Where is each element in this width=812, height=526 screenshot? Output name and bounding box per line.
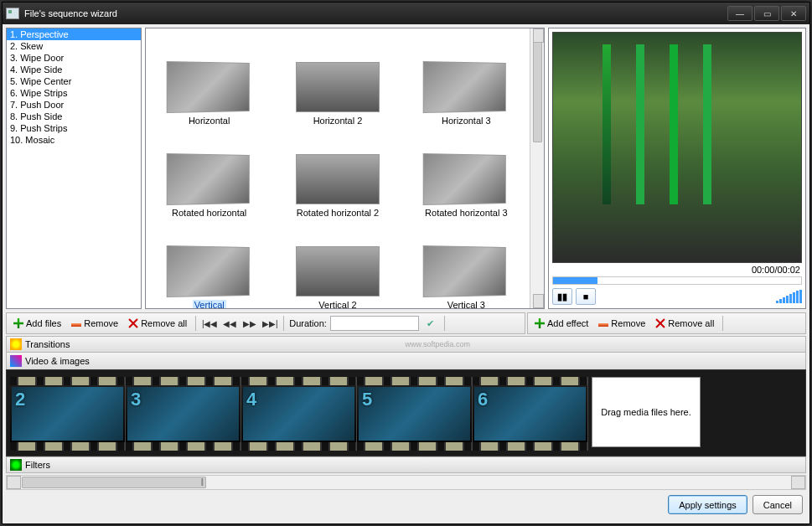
thumbnail-label: Vertical [193, 300, 226, 308]
preview-time: 00:00/00:02 [552, 263, 802, 275]
nav-next-button[interactable]: ▶▶ [241, 316, 258, 331]
nav-prev-button[interactable]: ◀◀ [221, 316, 238, 331]
sidebar-item[interactable]: 5. Wipe Center [7, 75, 141, 87]
thumbnail-grid-wrap: HorizontalHorizontal 2Horizontal 3Rotate… [145, 28, 545, 309]
thumbnail-image [166, 61, 249, 113]
thumbnail-label: Rotated horizontal [172, 208, 246, 218]
timeline[interactable]: 23456 Drag media files here. [6, 369, 806, 456]
close-button[interactable]: ✕ [781, 6, 806, 21]
separator [444, 316, 445, 331]
scrollbar-thumb[interactable] [22, 477, 206, 488]
remove-all-effects-button[interactable]: Remove all [652, 317, 717, 330]
thumbnail-item[interactable]: Vertical 2 [276, 218, 399, 308]
thumbnail-grid[interactable]: HorizontalHorizontal 2Horizontal 3Rotate… [146, 28, 530, 308]
thumbnail-item[interactable]: Rotated horizontal 3 [405, 126, 528, 218]
thumbnail-image [423, 245, 506, 297]
volume-indicator[interactable] [776, 290, 802, 303]
timeline-clip[interactable]: 2 [10, 377, 126, 451]
pause-button[interactable]: ▮▮ [552, 288, 572, 305]
clip-number: 2 [15, 389, 25, 410]
sidebar-item[interactable]: 8. Push Side [7, 111, 141, 122]
thumbnail-item[interactable]: Vertical 3 [405, 218, 528, 308]
stop-button[interactable]: ■ [576, 288, 596, 305]
thumbnail-label: Horizontal 2 [313, 116, 363, 126]
clip-number: 6 [478, 389, 488, 410]
preview-controls: ▮▮ ■ [552, 288, 802, 305]
minimize-button[interactable]: — [727, 6, 753, 21]
thumbnail-item[interactable]: Horizontal 2 [276, 34, 399, 126]
film-strip[interactable]: 23456 [10, 377, 588, 451]
thumbnail-label: Vertical 2 [318, 300, 356, 308]
remove-all-button[interactable]: Remove all [125, 317, 190, 330]
plus-icon [535, 318, 545, 328]
thumbnail-scrollbar[interactable] [530, 28, 544, 308]
sidebar-item[interactable]: 9. Push Strips [7, 122, 141, 134]
footer: Apply settings Cancel [3, 490, 809, 519]
duration-input[interactable] [330, 316, 419, 331]
separator [722, 316, 723, 331]
horizontal-scrollbar[interactable] [6, 475, 806, 490]
sidebar-item[interactable]: 7. Push Door [7, 99, 141, 111]
transitions-track-header[interactable]: Transitions www.softpedia.com [6, 336, 806, 353]
thumbnail-item[interactable]: Vertical [147, 218, 271, 308]
remove-button[interactable]: Remove [68, 317, 122, 330]
filters-track-header[interactable]: Filters [6, 456, 806, 473]
effect-category-list[interactable]: 1. Perspective2. Skew3. Wipe Door4. Wipe… [6, 28, 142, 309]
thumbnail-item[interactable]: Horizontal 3 [405, 34, 528, 126]
thumbnail-image [296, 246, 380, 297]
preview-video[interactable] [552, 32, 802, 263]
clip-thumbnail [359, 387, 470, 441]
thumbnail-item[interactable]: Rotated horizontal 2 [276, 126, 399, 218]
timeline-clip[interactable]: 4 [241, 377, 357, 451]
plus-icon [13, 318, 23, 328]
thumbnail-image [423, 153, 506, 205]
maximize-button[interactable]: ▭ [754, 6, 779, 21]
filters-icon [10, 459, 22, 471]
window-controls: — ▭ ✕ [727, 6, 806, 21]
timeline-clip[interactable]: 5 [357, 377, 473, 451]
scrollbar-thumb[interactable] [533, 42, 542, 142]
titlebar[interactable]: File's sequence wizard — ▭ ✕ [3, 3, 809, 24]
apply-duration-button[interactable]: ✔ [422, 316, 439, 331]
remove-effect-button[interactable]: Remove [595, 317, 649, 330]
nav-last-button[interactable]: ▶▶| [261, 316, 278, 331]
content: 1. Perspective2. Skew3. Wipe Door4. Wipe… [3, 24, 809, 523]
apply-settings-button[interactable]: Apply settings [668, 495, 747, 514]
thumbnail-image [166, 153, 249, 205]
minus-icon [71, 323, 81, 327]
window-title: File's sequence wizard [24, 8, 117, 18]
clip-thumbnail [12, 387, 123, 441]
cancel-button[interactable]: Cancel [753, 495, 803, 514]
minus-icon [598, 323, 608, 327]
thumbnail-image [296, 62, 380, 112]
video-track-header[interactable]: Video & images [6, 353, 806, 369]
timeline-clip[interactable]: 6 [473, 377, 588, 451]
sidebar-item[interactable]: 4. Wipe Side [7, 64, 141, 75]
sidebar-item[interactable]: 10. Mosaic [7, 134, 141, 146]
sidebar-item[interactable]: 3. Wipe Door [7, 52, 141, 64]
nav-first-button[interactable]: |◀◀ [201, 316, 218, 331]
separator [195, 316, 196, 331]
clip-thumbnail [243, 387, 354, 441]
window: File's sequence wizard — ▭ ✕ 1. Perspect… [2, 2, 810, 524]
thumbnail-label: Horizontal 3 [442, 116, 491, 126]
watermark: www.softpedia.com [405, 340, 470, 348]
progress-bar-fill [553, 277, 597, 284]
drop-zone[interactable]: Drag media files here. [592, 377, 701, 447]
sidebar-item[interactable]: 1. Perspective [7, 28, 141, 40]
thumbnail-label: Horizontal [189, 116, 230, 126]
x-icon [128, 318, 138, 328]
clip-thumbnail [474, 387, 586, 441]
sidebar-item[interactable]: 2. Skew [7, 40, 141, 52]
thumbnail-label: Rotated horizontal 2 [297, 208, 379, 218]
thumbnail-label: Vertical 3 [447, 300, 485, 308]
thumbnail-item[interactable]: Rotated horizontal [147, 126, 271, 218]
sidebar-item[interactable]: 6. Wipe Strips [7, 87, 141, 99]
thumbnail-item[interactable]: Horizontal [147, 34, 271, 126]
thumbnail-image [296, 154, 380, 204]
tracks: Transitions www.softpedia.com Video & im… [6, 336, 806, 473]
preview-progress[interactable] [552, 276, 802, 285]
add-files-button[interactable]: Add files [10, 317, 65, 330]
add-effect-button[interactable]: Add effect [531, 317, 592, 330]
timeline-clip[interactable]: 3 [126, 377, 241, 451]
